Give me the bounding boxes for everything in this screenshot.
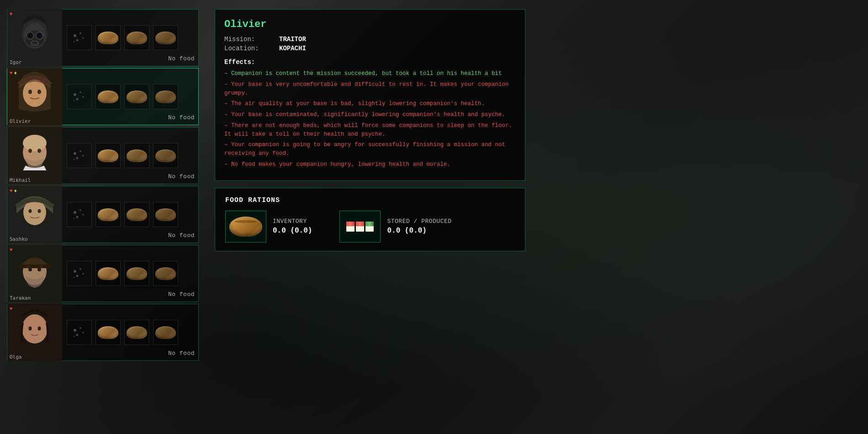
tarakan-bread-1 — [95, 261, 121, 286]
portrait-tarakan: Tarakan ♥ — [7, 245, 62, 302]
svg-point-33 — [79, 150, 81, 152]
stored-produced-item: STORED / PRODUCED 0.0 (0.0) — [339, 211, 451, 243]
sashko-food-debris — [67, 202, 92, 227]
mikhail-bread-1 — [95, 143, 121, 168]
svg-point-53 — [74, 270, 76, 273]
igor-bread-2 — [124, 25, 149, 50]
mikhail-bread-3 — [153, 143, 178, 168]
tarakan-food-debris — [67, 261, 92, 286]
svg-point-36 — [73, 159, 74, 160]
svg-point-23 — [76, 98, 78, 100]
companion-row-igor[interactable]: Igor ♥ No food — [7, 9, 199, 66]
companion-row-tarakan[interactable]: Tarakan ♥ No food — [7, 245, 199, 302]
svg-point-50 — [28, 268, 32, 271]
svg-point-54 — [79, 268, 81, 270]
olga-heart: ♥ — [10, 306, 13, 312]
tarakan-health-icons: ♥ — [10, 247, 13, 253]
portrait-igor: Igor ♥ — [7, 9, 62, 66]
svg-point-56 — [82, 273, 84, 275]
svg-point-40 — [38, 209, 41, 213]
igor-heart: ♥ — [10, 11, 13, 17]
igor-bread-1 — [95, 25, 121, 50]
bread-icon — [229, 217, 262, 237]
svg-point-35 — [82, 155, 84, 157]
olga-food-debris — [67, 320, 92, 345]
food-rations-panel: FOOD RATIONS INVENTORY 0.0 (0.0) — [215, 188, 525, 251]
olga-bread-2 — [124, 320, 149, 345]
sashko-no-food: No food — [168, 232, 195, 239]
companion-detail-name: Olivier — [224, 19, 516, 30]
svg-point-19 — [37, 90, 41, 94]
svg-point-12 — [79, 32, 81, 34]
svg-point-34 — [76, 157, 78, 159]
sashko-heart: ♥ — [10, 188, 13, 194]
svg-point-32 — [74, 152, 76, 155]
stored-icon-box — [339, 211, 381, 243]
companion-row-mikhail[interactable]: Mikhail No food — [7, 127, 199, 184]
olga-no-food: No food — [168, 350, 195, 357]
svg-point-46 — [73, 217, 74, 219]
svg-point-57 — [73, 276, 74, 278]
svg-point-38 — [23, 200, 46, 225]
svg-point-59 — [22, 314, 48, 344]
svg-point-24 — [82, 96, 84, 98]
svg-point-25 — [73, 100, 74, 101]
svg-point-17 — [23, 79, 47, 107]
companion-row-sashko[interactable]: Sashko ♥ ♦ — [7, 186, 199, 243]
olivier-mood: ♦ — [14, 70, 17, 76]
olga-health-icons: ♥ — [10, 306, 13, 312]
portrait-olga: Olga ♥ — [7, 304, 62, 361]
sushi-piece-2 — [356, 222, 364, 232]
svg-text:Sashko: Sashko — [10, 236, 28, 242]
svg-point-45 — [82, 214, 84, 216]
svg-text:Olga: Olga — [10, 354, 22, 360]
sushi-piece-3 — [365, 222, 374, 232]
svg-point-64 — [79, 327, 81, 329]
olivier-health-icons: ♥ ♦ — [10, 70, 17, 76]
food-rations-content: INVENTORY 0.0 (0.0) STORED / PRODUCED — [225, 211, 515, 243]
igor-no-food: No food — [168, 55, 195, 62]
svg-point-15 — [73, 41, 74, 42]
svg-text:Igor: Igor — [10, 59, 22, 65]
effect-2: – The air quality at your base is bad, s… — [224, 100, 516, 108]
svg-text:Mikhail: Mikhail — [10, 177, 31, 183]
sashko-mood: ♦ — [14, 188, 17, 194]
companions-panel: Igor ♥ No food — [0, 0, 206, 434]
portrait-mikhail: Mikhail — [7, 127, 62, 184]
sushi-piece-1 — [346, 222, 355, 232]
svg-point-66 — [82, 332, 84, 333]
tarakan-bread-2 — [124, 261, 149, 286]
sashko-health-icons: ♥ ♦ — [10, 188, 17, 194]
svg-point-42 — [74, 211, 76, 214]
sashko-bread-2 — [124, 202, 149, 227]
mission-row: Mission: TRAITOR — [224, 36, 516, 43]
mission-label: Mission: — [224, 36, 270, 43]
stored-label: STORED / PRODUCED — [387, 218, 451, 225]
igor-bread-3 — [153, 25, 178, 50]
olivier-food-debris — [67, 84, 92, 109]
sashko-bread-1 — [95, 202, 121, 227]
effect-3: – Your base is contaminated, significant… — [224, 111, 516, 119]
companion-info-panel: Olivier Mission: TRAITOR Location: KOPAC… — [215, 9, 525, 181]
igor-food-debris — [67, 25, 92, 50]
svg-point-65 — [76, 333, 78, 336]
svg-point-22 — [79, 91, 81, 93]
svg-point-61 — [38, 327, 41, 331]
stored-value: 0.0 (0.0) — [387, 227, 451, 235]
svg-point-11 — [74, 34, 76, 37]
tarakan-heart: ♥ — [10, 247, 13, 253]
svg-point-13 — [76, 39, 78, 41]
svg-point-29 — [28, 149, 32, 153]
svg-rect-49 — [18, 265, 51, 268]
companion-row-olga[interactable]: Olga ♥ No food — [7, 304, 199, 361]
tarakan-bread-3 — [153, 261, 178, 286]
location-value: KOPACHI — [279, 45, 306, 52]
inventory-icon-box — [225, 211, 266, 243]
olga-bread-1 — [95, 320, 121, 345]
olga-bread-3 — [153, 320, 178, 345]
svg-point-60 — [29, 327, 32, 331]
companion-row-olivier[interactable]: Olivier ♥ ♦ — [7, 68, 199, 125]
inventory-item: INVENTORY 0.0 (0.0) — [225, 211, 312, 243]
olivier-bread-3 — [153, 84, 178, 109]
svg-point-7 — [37, 33, 42, 38]
